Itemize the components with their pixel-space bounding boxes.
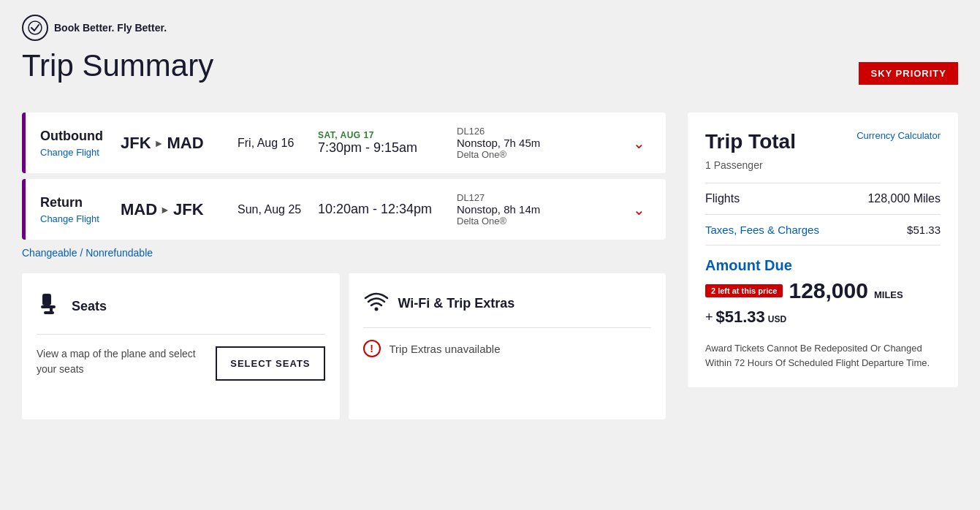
amount-due-section: Amount Due 2 left at this price 128,000 … — [705, 257, 941, 327]
left-column: Outbound Change Flight JFK ► MAD Fri, Au… — [22, 113, 666, 419]
return-direction: Return Change Flight — [40, 195, 121, 224]
usd-amount: $51.33 — [716, 308, 765, 327]
wifi-header: Wi-Fi & Trip Extras — [363, 291, 652, 328]
svg-rect-1 — [42, 294, 51, 305]
taxes-value: $51.33 — [907, 224, 941, 236]
extras-unavailable: Trip Extras unavailable — [390, 343, 501, 355]
return-label: Return — [40, 195, 121, 210]
trip-total-title: Trip Total — [705, 130, 796, 153]
miles-amount: 128,000 — [789, 278, 867, 303]
return-duration: Nonstop, 8h 14m — [457, 203, 627, 216]
return-expand-button[interactable]: ⌄ — [627, 198, 651, 221]
main-layout: Outbound Change Flight JFK ► MAD Fri, Au… — [22, 113, 958, 419]
trip-total-header: Trip Total Currency Calculator — [705, 130, 941, 153]
outbound-arrow: ► — [154, 137, 164, 149]
logo-text: Book Better. Fly Better. — [54, 22, 167, 34]
return-to: JFK — [173, 200, 204, 219]
outbound-change-flight[interactable]: Change Flight — [40, 147, 121, 158]
currency-calculator-link[interactable]: Currency Calculator — [856, 130, 941, 141]
return-flight-info: DL127 Nonstop, 8h 14m Delta One® — [457, 192, 627, 227]
return-cabin: Delta One® — [457, 216, 627, 227]
right-column: Trip Total Currency Calculator 1 Passeng… — [688, 113, 958, 419]
wifi-icon — [363, 291, 390, 316]
outbound-expand-button[interactable]: ⌄ — [627, 132, 651, 155]
taxes-label: Taxes, Fees & Charges — [705, 224, 819, 236]
return-time: 10:20am - 12:34pm — [318, 202, 457, 217]
warning-icon: ! — [363, 340, 381, 357]
amount-due-label: Amount Due — [705, 257, 941, 274]
return-from: MAD — [121, 200, 157, 219]
logo-icon — [22, 15, 48, 41]
outbound-flight-num: DL126 — [457, 126, 627, 137]
outbound-date: Fri, Aug 16 — [238, 137, 318, 150]
svg-point-0 — [29, 21, 42, 34]
seats-description: View a map of the plane and select your … — [37, 346, 201, 377]
flights-value: 128,000 Miles — [867, 192, 941, 205]
return-flight-num: DL127 — [457, 192, 627, 203]
wifi-title: Wi-Fi & Trip Extras — [398, 296, 515, 311]
passengers-label: 1 Passenger — [705, 159, 941, 171]
outbound-from: JFK — [121, 134, 151, 153]
flights-label: Flights — [705, 192, 740, 205]
award-note: Award Tickets Cannot Be Redeposited Or C… — [705, 341, 941, 370]
return-flight-card: Return Change Flight MAD ► JFK Sun, Aug … — [22, 179, 666, 240]
outbound-flight-card: Outbound Change Flight JFK ► MAD Fri, Au… — [22, 113, 666, 173]
svg-point-5 — [374, 308, 378, 311]
header: Book Better. Fly Better. — [22, 15, 958, 41]
usd-label: USD — [768, 314, 786, 327]
return-route: MAD ► JFK — [121, 200, 238, 219]
return-time-range: 10:20am - 12:34pm — [318, 202, 457, 217]
seats-card: Seats View a map of the plane and select… — [22, 273, 340, 419]
return-date: Sun, Aug 25 — [238, 203, 318, 216]
seats-body: View a map of the plane and select your … — [37, 346, 325, 381]
page-title: Trip Summary — [22, 48, 213, 83]
svg-rect-2 — [41, 305, 56, 308]
outbound-duration: Nonstop, 7h 45m — [457, 137, 627, 149]
seat-icon — [37, 291, 63, 322]
wifi-body: ! Trip Extras unavailable — [363, 340, 652, 357]
feature-cards: Seats View a map of the plane and select… — [22, 273, 666, 419]
outbound-flight-info: DL126 Nonstop, 7h 45m Delta One® — [457, 126, 627, 160]
wifi-card: Wi-Fi & Trip Extras ! Trip Extras unavai… — [349, 273, 666, 419]
usd-row: + $51.33 USD — [705, 308, 941, 327]
title-row: Trip Summary SKY PRIORITY — [22, 48, 958, 98]
miles-label: MILES — [874, 289, 903, 303]
outbound-cabin: Delta One® — [457, 149, 627, 160]
return-arrow: ► — [160, 204, 170, 216]
seats-header: Seats — [37, 291, 325, 335]
taxes-row: Taxes, Fees & Charges $51.33 — [705, 224, 941, 236]
divider-2 — [705, 214, 941, 215]
sky-priority-badge: SKY PRIORITY — [859, 62, 958, 85]
brand-logo: Book Better. Fly Better. — [22, 15, 167, 41]
outbound-direction: Outbound Change Flight — [40, 129, 121, 158]
divider-1 — [705, 183, 941, 183]
trip-total-card: Trip Total Currency Calculator 1 Passeng… — [688, 113, 958, 387]
flights-cost-row: Flights 128,000 Miles — [705, 192, 941, 205]
outbound-arrival-date: SAT, AUG 17 — [318, 130, 457, 140]
outbound-time-range: 7:30pm - 9:15am — [318, 140, 457, 156]
return-change-flight[interactable]: Change Flight — [40, 213, 121, 224]
amount-due-row: 2 left at this price 128,000 MILES — [705, 278, 941, 303]
outbound-label: Outbound — [40, 129, 121, 144]
select-seats-button[interactable]: SELECT SEATS — [216, 346, 324, 381]
outbound-to: MAD — [167, 134, 203, 153]
plus-sign: + — [705, 310, 713, 325]
outbound-time: SAT, AUG 17 7:30pm - 9:15am — [318, 130, 457, 156]
outbound-route: JFK ► MAD — [121, 134, 238, 153]
svg-rect-4 — [44, 311, 54, 314]
price-badge: 2 left at this price — [705, 284, 783, 297]
changeable-note: Changeable / Nonrefundable — [22, 247, 666, 259]
divider-3 — [705, 245, 941, 246]
seats-title: Seats — [72, 299, 107, 314]
